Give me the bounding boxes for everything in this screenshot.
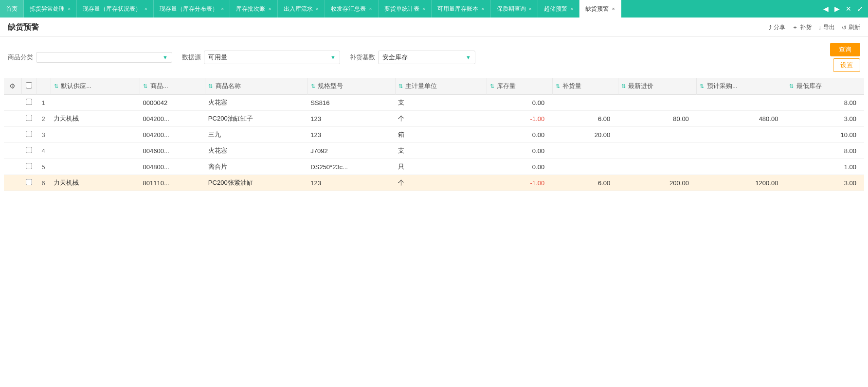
row-spec: 123 [307, 111, 395, 127]
replenish-base-value: 安全库存 [382, 53, 408, 62]
replenish-base-select[interactable]: 安全库存 ▼ [378, 51, 475, 64]
replenish-base-arrow-icon: ▼ [466, 54, 471, 60]
tab-inventory-status[interactable]: 现存量（库存状况表） × [77, 0, 153, 18]
refresh-button[interactable]: ↺ 刷新 [842, 23, 860, 32]
row-checkbox-5[interactable] [26, 179, 32, 185]
select-all-checkbox[interactable] [26, 82, 32, 88]
th-est-purchase[interactable]: ⇅ 预计采购... [697, 78, 786, 95]
row-spec: J7092 [307, 143, 395, 159]
th-min-stock[interactable]: ⇅ 最低库存 [786, 78, 864, 95]
th-name[interactable]: ⇅ 商品名称 [205, 78, 307, 95]
row-gear-cell [4, 127, 21, 143]
tab-close-overstock[interactable]: × [570, 6, 573, 12]
tab-batch-account[interactable]: 库存批次账 × [230, 0, 277, 18]
row-stock: 0.00 [487, 127, 552, 143]
row-name: 火花塞 [205, 143, 307, 159]
row-checkbox-0[interactable] [26, 99, 32, 105]
row-checkbox-3[interactable] [26, 147, 32, 153]
supplier-sort-icon: ⇅ [54, 83, 58, 89]
tab-inventory-dist[interactable]: 现存量（库存分布表） × [154, 0, 230, 18]
th-spec[interactable]: ⇅ 规格型号 [307, 78, 395, 95]
row-name: PC200张紧油缸 [205, 175, 307, 191]
tab-inout-flow[interactable]: 出入库流水 × [278, 0, 325, 18]
filter-area: 商品分类 ▼ 数据源 可用量 ▼ 补货基数 安全库存 ▼ 查询 设置 [0, 37, 868, 78]
table-row: 3 004200... 三九 123 箱 0.00 20.00 10.00 [4, 127, 864, 143]
filter-group-category: 商品分类 ▼ [8, 52, 172, 63]
page-title: 缺货预警 [8, 22, 39, 33]
row-unit: 支 [395, 143, 487, 159]
row-index: 1 [36, 95, 51, 111]
row-gear-cell [4, 159, 21, 175]
settings-button[interactable]: 设置 [833, 58, 860, 72]
row-est-purchase: 480.00 [697, 111, 786, 127]
tab-nav-next[interactable]: ▶ [832, 4, 843, 14]
replenish-button[interactable]: ＋ 补货 [792, 23, 812, 32]
tab-close-inout-flow[interactable]: × [316, 6, 319, 12]
gear-icon: ⚙ [9, 82, 16, 90]
tab-close-all[interactable]: ✕ [843, 4, 854, 14]
row-name: PC200油缸缸子 [205, 111, 307, 127]
tab-close-receive-summary[interactable]: × [369, 6, 372, 12]
row-unit: 只 [395, 159, 487, 175]
tab-order-stats[interactable]: 要货单统计表 × [379, 0, 432, 18]
th-code[interactable]: ⇅ 商品... [140, 78, 205, 95]
row-min-stock: 8.00 [786, 95, 864, 111]
th-checkbox[interactable] [21, 78, 36, 95]
row-code: 004600... [140, 143, 205, 159]
tab-close-inventory-dist[interactable]: × [221, 6, 224, 12]
export-button[interactable]: ↓ 导出 [818, 23, 835, 32]
category-select[interactable]: ▼ [36, 52, 172, 63]
tab-close-batch-account[interactable]: × [268, 6, 271, 12]
tab-abnormal[interactable]: 拣货异常处理 × [24, 0, 77, 18]
row-unit: 个 [395, 175, 487, 191]
row-gear-cell [4, 175, 21, 191]
tab-home[interactable]: 首页 [0, 0, 24, 18]
row-min-stock: 8.00 [786, 143, 864, 159]
min-stock-sort-icon: ⇅ [789, 83, 794, 89]
row-gear-cell [4, 95, 21, 111]
tab-shortage[interactable]: 缺货预警 × [579, 0, 621, 18]
data-table: ⚙ ⇅ 默认供应... ⇅ 商品... ⇅ [4, 78, 864, 191]
page-container: 缺货预警 ⤴ 分享 ＋ 补货 ↓ 导出 ↺ 刷新 商品分类 [0, 18, 868, 387]
tab-close-abnormal[interactable]: × [68, 6, 71, 12]
th-supplier[interactable]: ⇅ 默认供应... [51, 78, 140, 95]
row-checkbox-1[interactable] [26, 115, 32, 121]
row-checkbox-4[interactable] [26, 163, 32, 169]
share-button[interactable]: ⤴ 分享 [769, 23, 785, 32]
tab-receive-summary[interactable]: 收发存汇总表 × [325, 0, 378, 18]
row-checkbox-cell[interactable] [21, 127, 36, 143]
row-checkbox-cell[interactable] [21, 175, 36, 191]
row-latest-price [618, 159, 697, 175]
row-latest-price [618, 127, 697, 143]
th-unit[interactable]: ⇅ 主计量单位 [395, 78, 487, 95]
th-stock[interactable]: ⇅ 库存量 [487, 78, 552, 95]
tab-close-available-ledger[interactable]: × [481, 6, 484, 12]
tab-close-expiry-query[interactable]: × [529, 6, 532, 12]
datasource-select[interactable]: 可用量 ▼ [204, 51, 340, 64]
row-checkbox-cell[interactable] [21, 95, 36, 111]
tab-close-shortage[interactable]: × [612, 6, 615, 12]
row-spec: 123 [307, 175, 395, 191]
row-min-stock: 3.00 [786, 175, 864, 191]
row-min-stock: 1.00 [786, 159, 864, 175]
row-checkbox-cell[interactable] [21, 159, 36, 175]
row-latest-price: 200.00 [618, 175, 697, 191]
tab-overstock[interactable]: 超储预警 × [538, 0, 579, 18]
tab-nav-prev[interactable]: ◀ [820, 4, 832, 14]
row-stock: -1.00 [487, 111, 552, 127]
th-latest-price[interactable]: ⇅ 最新进价 [618, 78, 697, 95]
tab-maximize[interactable]: ⤢ [854, 4, 866, 14]
th-settings[interactable]: ⚙ [4, 78, 21, 95]
row-checkbox-cell[interactable] [21, 111, 36, 127]
tab-expiry-query[interactable]: 保质期查询 × [491, 0, 538, 18]
row-checkbox-2[interactable] [26, 131, 32, 137]
datasource-arrow-icon: ▼ [330, 54, 336, 60]
row-checkbox-cell[interactable] [21, 143, 36, 159]
query-button[interactable]: 查询 [830, 43, 860, 56]
tab-close-inventory-status[interactable]: × [144, 6, 147, 12]
row-replenish: 20.00 [552, 127, 618, 143]
tab-close-order-stats[interactable]: × [422, 6, 425, 12]
th-replenish[interactable]: ⇅ 补货量 [552, 78, 618, 95]
row-gear-cell [4, 111, 21, 127]
tab-available-ledger[interactable]: 可用量库存账本 × [432, 0, 490, 18]
